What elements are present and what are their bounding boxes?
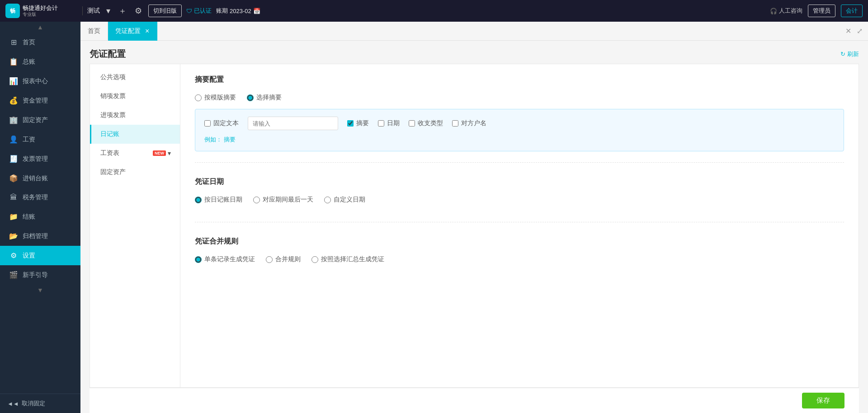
sidebar: ▲ ⊞ 首页 📋 总账 📊 报表中心 💰 资金管理 🏢 固定资产 [0,22,80,413]
workspace-dropdown-button[interactable]: ▾ [104,4,112,18]
sidebar-label-invoice: 发票管理 [23,155,48,163]
income-expense-checkbox[interactable] [409,120,415,127]
sidebar-scroll-down[interactable]: ▼ [0,285,80,296]
summary-section-title: 摘要配置 [195,75,844,84]
tab-bar: 首页 凭证配置 × ✕ ⤢ [80,22,868,41]
accountant-button[interactable]: 会计 [841,5,863,17]
refresh-button[interactable]: ↻ 刷新 [840,50,859,58]
merge-radio-summary[interactable]: 按照选择汇总生成凭证 [311,255,384,263]
summary-config-box: 固定文本 摘要 日期 [195,109,844,151]
save-button[interactable]: 保存 [802,393,844,408]
tab-close-button[interactable]: × [144,28,150,35]
nav-item-sales-invoice[interactable]: 销项发票 [90,87,180,106]
summary-radio-select-input[interactable] [247,94,254,101]
tab-home[interactable]: 首页 [80,22,108,41]
summary-config-row: 固定文本 摘要 日期 [204,117,835,130]
content-area: 首页 凭证配置 × ✕ ⤢ 凭证配置 ↻ 刷新 [80,22,868,413]
date-checkbox-span: 日期 [387,119,400,127]
income-expense-span: 收支类型 [418,119,443,127]
sidebar-item-home[interactable]: ⊞ 首页 [0,33,80,52]
new-badge: NEW [153,150,166,156]
summary-radio-template[interactable]: 按模版摘要 [195,94,236,102]
merge-radio-single-input[interactable] [195,256,202,263]
logo-title: 畅捷通好会计 [23,5,58,12]
sidebar-item-reports[interactable]: 📊 报表中心 [0,71,80,91]
nav-item-journal[interactable]: 日记账 [90,125,180,144]
sidebar-item-tax[interactable]: 🏛 税务管理 [0,188,80,207]
date-radio-journal[interactable]: 按日记账日期 [195,196,242,204]
settings-button[interactable]: ⚙ [133,4,144,18]
top-right-area: 🎧 人工咨询 管理员 会计 [770,5,863,17]
sidebar-item-funds[interactable]: 💰 资金管理 [0,91,80,110]
summary-radio-template-input[interactable] [195,94,202,101]
date-radio-custom[interactable]: 自定义日期 [324,196,365,204]
tab-voucher-config[interactable]: 凭证配置 × [108,22,157,41]
logo-text: 畅捷通好会计 专业版 [23,5,58,17]
merge-radio-summary-label: 按照选择汇总生成凭证 [321,255,384,263]
calendar-icon[interactable]: 📅 [253,8,260,14]
date-checkbox[interactable] [378,120,384,127]
bottom-bar: 保存 [90,388,859,413]
cancel-fixed-button[interactable]: ◄◄ 取消固定 [0,394,80,413]
nav-item-public[interactable]: 公共选项 [90,68,180,87]
date-checkbox-label[interactable]: 日期 [378,119,400,127]
sidebar-item-salary[interactable]: 👤 工资 [0,130,80,149]
merge-radio-single[interactable]: 单条记录生成凭证 [195,255,255,263]
payroll-extras: NEW ▾ [153,150,171,157]
tab-close-all-button[interactable]: ✕ [844,25,853,37]
date-radio-last-day[interactable]: 对应期间最后一天 [253,196,313,204]
tab-bar-right: ✕ ⤢ [844,25,868,37]
sidebar-item-settings[interactable]: ⚙ 设置 [0,246,80,265]
merge-radio-rules-input[interactable] [266,256,273,263]
date-radio-journal-input[interactable] [195,197,202,203]
date-radio-last-day-input[interactable] [253,197,260,203]
consult-button[interactable]: 🎧 人工咨询 [770,7,802,15]
fixed-text-checkbox[interactable] [204,120,211,127]
merge-section: 凭证合并规则 单条记录生成凭证 合并规则 [195,237,844,282]
nav-item-purchase-invoice[interactable]: 进项发票 [90,106,180,125]
sidebar-label-sales: 进销台账 [23,174,48,183]
add-workspace-button[interactable]: ＋ [117,4,128,18]
date-radio-journal-label: 按日记账日期 [204,196,242,204]
sidebar-item-guide[interactable]: 🎬 新手引导 [0,265,80,285]
sidebar-scroll-up[interactable]: ▲ [0,22,80,33]
sidebar-item-ledger[interactable]: 📋 总账 [0,52,80,71]
sidebar-item-close[interactable]: 📁 结账 [0,207,80,226]
counterpart-checkbox[interactable] [452,120,458,127]
main-layout: 公共选项 销项发票 进项发票 日记账 工资表 NEW ▾ [90,64,859,388]
page-title: 凭证配置 [90,48,126,60]
fixed-text-input[interactable] [248,117,338,130]
switch-old-button[interactable]: 切到旧版 [148,5,182,17]
sidebar-item-sales[interactable]: 📦 进销台账 [0,169,80,188]
tab-expand-button[interactable]: ⤢ [855,25,864,37]
summary-checkbox-span: 摘要 [356,119,369,127]
merge-radio-summary-input[interactable] [311,256,318,263]
payroll-arrow-icon: ▾ [168,150,171,157]
funds-icon: 💰 [9,96,18,105]
summary-radio-select[interactable]: 选择摘要 [247,94,282,102]
summary-checkbox-label[interactable]: 摘要 [347,119,369,127]
refresh-icon: ↻ [840,51,845,57]
sidebar-label-archive: 归档管理 [23,232,48,240]
sidebar-bottom: ◄◄ 取消固定 [0,394,80,413]
date-radio-custom-input[interactable] [324,197,331,203]
sidebar-label-home: 首页 [23,38,35,47]
sidebar-item-invoice[interactable]: 🧾 发票管理 [0,149,80,169]
merge-section-title: 凭证合并规则 [195,237,844,246]
merge-radio-rules[interactable]: 合并规则 [266,255,301,263]
active-tab-label: 凭证配置 [115,27,141,35]
sidebar-item-archive[interactable]: 📂 归档管理 [0,226,80,246]
counterpart-checkbox-label[interactable]: 对方户名 [452,119,486,127]
tax-icon: 🏛 [9,193,18,202]
guide-icon: 🎬 [9,271,18,279]
summary-checkbox[interactable] [347,120,354,127]
income-expense-checkbox-label[interactable]: 收支类型 [409,119,443,127]
nav-item-fixed-assets[interactable]: 固定资产 [90,163,180,182]
close-period-icon: 📁 [9,212,18,221]
fixed-text-checkbox-label[interactable]: 固定文本 [204,119,239,127]
nav-item-payroll[interactable]: 工资表 NEW ▾ [90,144,180,163]
cancel-fixed-label: 取消固定 [22,399,45,408]
sidebar-item-fixed-assets[interactable]: 🏢 固定资产 [0,110,80,130]
manager-button[interactable]: 管理员 [808,5,835,17]
ledger-icon: 📋 [9,57,18,66]
